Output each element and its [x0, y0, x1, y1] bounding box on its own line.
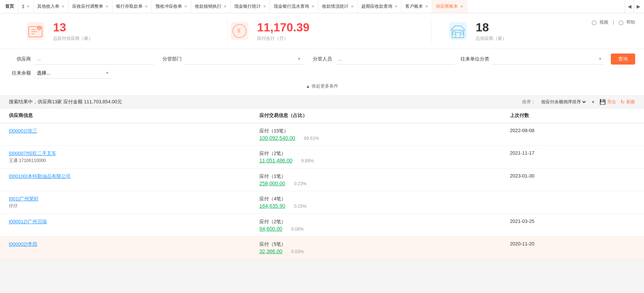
top-navigation: 首页 3 ✕ 其他收入单 ✕ 应收应付调整单 ✕ 银行存取款单 ✕ 预收冲应收单… [0, 0, 644, 13]
lastpay-cell: 2023-01-30 [510, 173, 635, 179]
supplier-input[interactable] [34, 54, 154, 65]
last-pay-date: 2022-08-08 [510, 128, 535, 133]
data-table: 供应商信息 应付交易信息（占比） 上次付数 [000001]张三 应付（15笔）… [0, 108, 644, 259]
close-icon[interactable]: ✕ [263, 4, 266, 8]
nav-tab-cash-bank-stats[interactable]: 现金银行统计 ✕ [231, 0, 270, 13]
supplier-cell: [000002]李四 [9, 241, 259, 248]
nav-tab-other-income[interactable]: 其他收入单 ✕ [34, 0, 69, 13]
person-input[interactable] [335, 54, 455, 65]
nav-next-arrow[interactable]: ▶ [634, 0, 643, 13]
nav-tab-overdue-ar[interactable]: 超期应收款查询 ✕ [358, 0, 402, 13]
nav-tab-advance-offset[interactable]: 预收冲应收单 ✕ [152, 0, 191, 13]
transaction-cell: 应付（5笔） 32,366.00 0.03% [259, 241, 510, 254]
results-info: 搜索结果中，供应商13家 应付金额 111,703,854.00元 [9, 99, 122, 105]
transaction-label: 应付（2笔） [259, 218, 510, 225]
total-suppliers-number: 18 [476, 20, 507, 34]
transaction-amount[interactable]: 100,092,540.00 [259, 135, 295, 141]
person-label: 分管人员 [310, 56, 332, 62]
refresh-button[interactable]: ↻ 刷新 [620, 99, 635, 105]
supplier-link[interactable]: [000012]广州贝瑞 [9, 218, 259, 225]
category-label: 往来单位分类 [461, 56, 489, 62]
close-icon[interactable]: ✕ [224, 4, 227, 8]
supplier-link[interactable]: [000001]张三 [9, 128, 259, 134]
nav-tab-3[interactable]: 3 ✕ [18, 0, 34, 13]
nav-tab-customer-ledger[interactable]: 客户账本 ✕ [402, 0, 432, 13]
nav-tab-collection-exec[interactable]: 收款核销执行 ✕ [191, 0, 231, 13]
transaction-label: 应付（5笔） [259, 241, 510, 248]
supplier-cell: [000012]广州贝瑞 [9, 218, 259, 225]
close-icon[interactable]: ✕ [460, 4, 463, 8]
transaction-amount[interactable]: 11,051,486.00 [259, 158, 293, 163]
transaction-amount[interactable]: 258,000.00 [259, 180, 285, 186]
transaction-amount[interactable]: 164,635.90 [259, 203, 285, 209]
supplier-icon: ¥ [24, 19, 47, 43]
balance-select-wrapper[interactable]: 选择... ▼ [34, 68, 112, 79]
transaction-cell: 应付（2笔） 94,600.00 0.08% [259, 218, 510, 232]
supplier-link[interactable]: [000002]李四 [9, 241, 259, 248]
close-icon[interactable]: ✕ [351, 4, 354, 8]
nav-tab-bank-deposit[interactable]: 银行存取款单 ✕ [112, 0, 152, 13]
export-button[interactable]: 💾 导出 [599, 99, 616, 105]
balance-select[interactable]: 选择... [37, 70, 109, 76]
transaction-row: 258,000.00 0.23% [259, 180, 510, 186]
supplier-sub-info: 王通 17106110000 [9, 158, 259, 164]
nav-tab-home[interactable]: 首页 [1, 0, 18, 13]
transaction-row: 164,635.90 0.15% [259, 202, 510, 209]
nav-tab-ar-ap-adjust[interactable]: 应收应付调整单 ✕ [69, 0, 112, 13]
category-select-wrapper[interactable]: ▼ [492, 54, 605, 65]
transaction-label: 应付（2笔） [259, 150, 510, 157]
close-icon[interactable]: ✕ [145, 4, 148, 8]
supplier-link[interactable]: [001]广州荣轩 [9, 196, 259, 202]
nav-tab-collection-stats[interactable]: 收款情况统计 ✕ [318, 0, 358, 13]
close-icon[interactable]: ✕ [425, 4, 428, 8]
close-icon[interactable]: ✕ [62, 4, 64, 8]
help-link[interactable]: 帮助 [626, 19, 635, 25]
collapse-button[interactable]: ▲ 收起更多条件 [300, 82, 344, 91]
close-icon[interactable]: ✕ [105, 4, 108, 8]
last-pay-date: 2021-03-25 [510, 218, 535, 224]
supplier-cell: [000100]本特勤油品有限公司 [9, 173, 259, 180]
supplier-sub-info: 仔仔 [9, 203, 259, 209]
table-row: [000012]广州贝瑞 应付（2笔） 94,600.00 0.08% 2021… [0, 214, 644, 237]
filter-person: 分管人员 [310, 54, 455, 65]
filter-balance: 往来余额 选择... ▼ [9, 68, 112, 79]
close-icon[interactable]: ✕ [27, 4, 29, 8]
nav-tab-supplier-ledger[interactable]: 供应商账本 ✕ [432, 0, 467, 13]
supplier-link[interactable]: [000007]恒旺二手叉车 [9, 150, 259, 157]
chevron-up-icon: ▲ [306, 84, 310, 89]
query-button[interactable]: 查询 [611, 54, 635, 65]
transaction-percentage: 89.61% [304, 136, 319, 141]
payable-suppliers-label: 总应付供应商（家） [53, 35, 93, 42]
close-icon[interactable]: ✕ [184, 4, 187, 8]
last-pay-date: 2020-11-20 [510, 241, 535, 247]
lastpay-cell: 2021-11-17 [510, 150, 635, 156]
close-icon[interactable]: ✕ [395, 4, 398, 8]
divider: ｜ [611, 19, 616, 25]
close-icon[interactable]: ✕ [311, 4, 314, 8]
dept-select[interactable] [188, 56, 301, 62]
total-suppliers-label: 总供应商（家） [476, 35, 507, 42]
category-select[interactable] [495, 56, 602, 62]
transaction-cell: 应付（2笔） 11,051,486.00 9.89% [259, 150, 510, 163]
transaction-percentage: 0.15% [294, 204, 307, 209]
transaction-label: 应付（15笔） [259, 128, 510, 134]
nav-prev-arrow[interactable]: ◀ [625, 0, 634, 13]
transaction-row: 94,600.00 0.08% [259, 225, 510, 232]
transaction-amount[interactable]: 94,600.00 [259, 226, 282, 232]
transaction-label: 应付（1笔） [259, 173, 510, 180]
dept-label: 分管部门 [160, 56, 182, 62]
table-body: [000001]张三 应付（15笔） 100,092,540.00 89.61%… [0, 123, 644, 259]
results-actions: 排序： 按应付余额倒序排序 ▼ 💾 导出 ↻ 刷新 [522, 99, 635, 105]
lastpay-cell: 2022-08-08 [510, 128, 635, 133]
supplier-cell: [000001]张三 [9, 128, 259, 134]
transaction-amount[interactable]: 32,366.00 [259, 248, 282, 254]
transaction-cell: 应付（15笔） 100,092,540.00 89.61% [259, 128, 510, 141]
sort-select[interactable]: 按应付余额倒序排序 [540, 99, 587, 105]
nav-tab-cash-bank-flow[interactable]: 现金银行流水查询 ✕ [270, 0, 318, 13]
summary-card-payable-suppliers: ¥ 13 总应付供应商（家） [9, 19, 228, 43]
filter-category: 往来单位分类 ▼ [461, 54, 605, 65]
sort-label: 排序： [522, 99, 535, 105]
dept-select-wrapper[interactable]: ▼ [185, 54, 304, 65]
video-link[interactable]: 视频 [599, 19, 608, 25]
supplier-link[interactable]: [000100]本特勤油品有限公司 [9, 173, 259, 180]
